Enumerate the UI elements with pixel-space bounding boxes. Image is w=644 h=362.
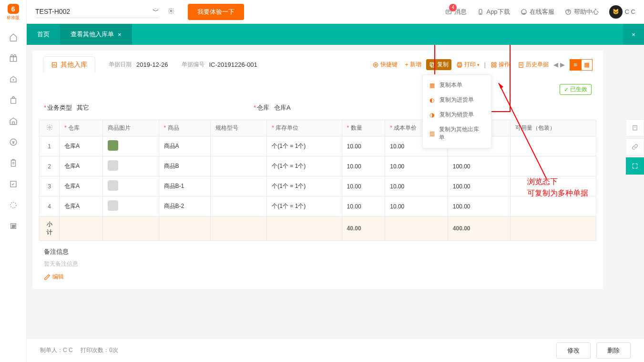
service-button[interactable]: 在线客服 <box>521 8 554 16</box>
table-row[interactable]: 1 仓库A 商品A 个(1个 = 1个) 10.00 10.00 100.00 <box>40 136 596 156</box>
dd-copy-purchase[interactable]: ◐复制为进货单 <box>423 93 491 107</box>
col-warehouse[interactable]: 仓库 <box>60 120 103 136</box>
col-product[interactable]: 商品 <box>159 120 211 136</box>
delete-button[interactable]: 删除 <box>596 342 631 359</box>
rail-note-icon[interactable] <box>626 119 644 136</box>
notes-section: 备注信息 暂无备注信息 编辑 <box>32 241 603 288</box>
try-button[interactable]: 我要体验一下 <box>188 4 244 20</box>
next-icon[interactable]: ▶ <box>560 61 565 68</box>
view-list-button[interactable]: ≡ <box>570 59 581 71</box>
date-label: 单据日期 <box>109 61 132 69</box>
row-img <box>102 136 159 156</box>
rail-expand-icon[interactable] <box>626 157 644 175</box>
nav-clipboard-icon[interactable] <box>4 154 23 173</box>
table-row[interactable]: 3 仓库A 商品B-1 个(1个 = 1个) 10.00 10.00 100.0… <box>40 176 596 197</box>
app-download-button[interactable]: App下载 <box>477 8 510 16</box>
row-spec <box>211 136 267 156</box>
product-image-icon <box>108 160 118 171</box>
col-avail[interactable]: 可用量（包装） <box>511 120 596 136</box>
chevron-down-icon: ▾ <box>477 62 480 67</box>
row-prod: 商品B-1 <box>159 176 211 197</box>
chevron-down-icon: ﹀ <box>153 7 159 16</box>
svg-rect-19 <box>431 63 434 67</box>
help-button[interactable]: 帮助中心 <box>565 8 599 16</box>
rail-link-icon[interactable] <box>626 138 644 155</box>
row-prod: 商品B-2 <box>159 197 211 217</box>
svg-text:新: 新 <box>12 225 15 228</box>
svg-rect-3 <box>12 122 14 124</box>
tab-active[interactable]: 查看其他入库单 × <box>60 24 132 45</box>
nav-gift-icon[interactable] <box>4 49 23 68</box>
modify-button[interactable]: 修改 <box>556 342 591 359</box>
nav-storage-icon[interactable] <box>4 112 23 131</box>
main: TEST-H002 ﹀ 我要体验一下 4 消息 App下载 在线客服 <box>27 0 644 362</box>
dd-copy-sales[interactable]: ◑复制为销货单 <box>423 107 491 122</box>
nav-loading-icon[interactable] <box>4 196 23 215</box>
messages-button[interactable]: 4 消息 <box>445 8 467 16</box>
code-label: 单据编号 <box>182 61 204 69</box>
service-label: 在线客服 <box>530 8 554 16</box>
edit-notes-button[interactable]: 编辑 <box>44 273 592 281</box>
print-button[interactable]: 打印▾ <box>453 59 482 70</box>
shortcut-button[interactable]: 快捷键 <box>369 59 400 70</box>
warehouse-select[interactable]: TEST-H002 ﹀ <box>35 5 159 18</box>
svg-rect-32 <box>633 125 637 130</box>
card-tab[interactable]: 其他入库 <box>43 56 95 73</box>
biz-type: *业务类型 其它 <box>44 103 254 112</box>
col-spec[interactable]: 规格型号 <box>211 120 267 136</box>
col-image[interactable]: 商品图片 <box>102 120 159 136</box>
nav-bag-icon[interactable] <box>4 91 23 110</box>
row-avail <box>511 156 596 176</box>
subtotal-row: 小计40.00400.00 <box>40 217 596 241</box>
copy-sales-icon: ◑ <box>429 112 436 118</box>
add-button[interactable]: + 新增 <box>402 59 424 70</box>
code-value: IC-20191226-001 <box>209 61 257 68</box>
ops-button[interactable]: 操作 <box>488 59 513 70</box>
history-button[interactable]: 历史单据 <box>515 59 552 70</box>
tab-active-label: 查看其他入库单 <box>71 30 114 39</box>
logo[interactable]: 6 标准版 <box>5 4 22 21</box>
sidebar: 6 标准版 新 <box>0 0 27 362</box>
table-row[interactable]: 4 仓库A 商品B-2 个(1个 = 1个) 10.00 10.00 100.0… <box>40 197 596 217</box>
copy-dropdown: ▦复制本单 ◐复制为进货单 ◑复制为销货单 ▥复制为其他出库单 <box>422 74 491 148</box>
row-price: 10.00 <box>385 156 448 176</box>
gear-icon[interactable] <box>168 8 174 16</box>
dd-copy-this[interactable]: ▦复制本单 <box>423 78 491 93</box>
annotation-text: 浏览态下 可复制为多种单据 <box>527 176 588 199</box>
row-spec <box>211 197 267 217</box>
card-title: 其他入库 <box>61 61 87 69</box>
close-icon[interactable]: × <box>118 31 122 38</box>
product-image-icon <box>108 140 118 151</box>
footer-buttons: 修改 删除 <box>556 342 631 359</box>
tabs-close-button[interactable]: × <box>623 24 644 45</box>
row-unit: 个(1个 = 1个) <box>267 136 342 156</box>
col-unit[interactable]: 库存单位 <box>267 120 342 136</box>
items-table: 仓库 商品图片 商品 规格型号 库存单位 数量 成本单价 成本金额 可用量（包装… <box>39 120 596 241</box>
nav-house-icon[interactable] <box>4 70 23 89</box>
nav-home-icon[interactable] <box>4 28 23 47</box>
prev-icon[interactable]: ◀ <box>553 61 558 68</box>
table-wrap: 仓库 商品图片 商品 规格型号 库存单位 数量 成本单价 成本金额 可用量（包装… <box>32 120 603 241</box>
row-avail <box>511 197 596 217</box>
avatar: 🐱 <box>609 5 623 19</box>
svg-point-13 <box>480 13 481 13</box>
nav-money-icon[interactable] <box>4 133 23 152</box>
user-menu[interactable]: 🐱 C C <box>609 5 635 19</box>
table-row[interactable]: 2 仓库A 商品B 个(1个 = 1个) 10.00 10.00 100.00 <box>40 156 596 176</box>
nav-report-icon[interactable] <box>4 175 23 194</box>
footer-info: 制单人：C C 打印次数：0次 <box>40 346 118 354</box>
toolbar: 快捷键 + 新增 复制 ▦复制本单 ◐复制为进货单 ◑复制为销货单 ▥复制为其他… <box>369 59 593 71</box>
col-qty[interactable]: 数量 <box>342 120 385 136</box>
nav-new-icon[interactable]: 新 <box>4 217 23 236</box>
biz-value: 其它 <box>77 103 89 112</box>
svg-point-1 <box>13 80 14 81</box>
topbar: TEST-H002 ﹀ 我要体验一下 4 消息 App下载 在线客服 <box>27 0 644 24</box>
copy-button[interactable]: 复制 ▦复制本单 ◐复制为进货单 ◑复制为销货单 ▥复制为其他出库单 <box>426 59 451 70</box>
tab-home[interactable]: 首页 <box>27 24 60 45</box>
dd-copy-outbound[interactable]: ▥复制为其他出库单 <box>423 122 491 145</box>
logo-icon: 6 <box>8 4 19 14</box>
col-gear[interactable] <box>40 120 60 136</box>
view-grid-button[interactable]: ▦ <box>581 59 593 71</box>
meta-code: 单据编号 IC-20191226-001 <box>182 61 257 69</box>
wh-value: 仓库A <box>274 103 291 112</box>
